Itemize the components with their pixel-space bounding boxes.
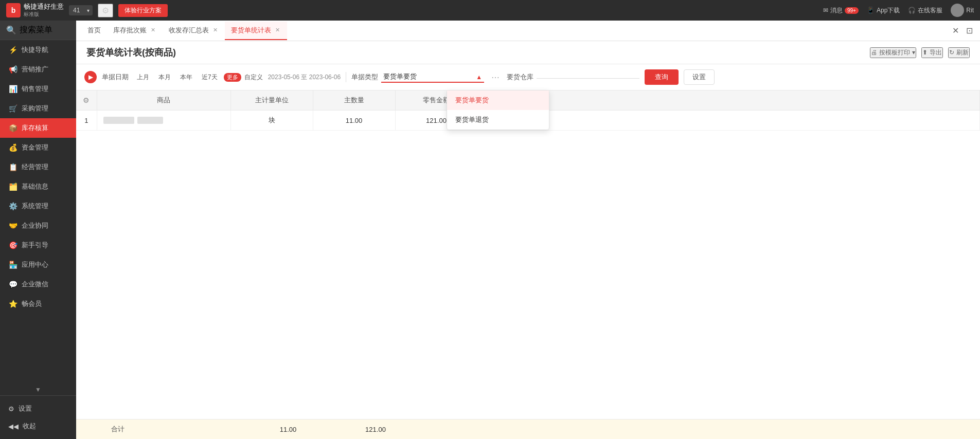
sidebar-item-label: 库存核算 bbox=[22, 123, 48, 133]
col-settings: ⚙ bbox=[76, 90, 97, 111]
sidebar: 🔍 搜索菜单 ⚡ 快捷导航 📢 营销推广 📊 销售管理 🛒 采购管理 📦 bbox=[0, 21, 76, 439]
sidebar-search-item[interactable]: 🔍 搜索菜单 bbox=[0, 21, 76, 40]
sidebar-item-label: 营销推广 bbox=[22, 65, 48, 74]
scroll-down-arrow[interactable]: ▼ bbox=[35, 386, 41, 393]
product-placeholder-2 bbox=[137, 117, 163, 124]
user-area[interactable]: Rit bbox=[951, 4, 974, 17]
date-more-badge[interactable]: 更多 bbox=[224, 73, 241, 82]
footer-total-amount: 121.00 bbox=[340, 426, 412, 433]
sidebar-item-sales[interactable]: 📊 销售管理 bbox=[0, 79, 76, 99]
store-selector[interactable]: 41 bbox=[69, 5, 93, 15]
guide-icon: 🎯 bbox=[8, 241, 17, 250]
sidebar-item-label: 企业微信 bbox=[22, 280, 48, 289]
table-footer: 合计 11.00 121.00 bbox=[76, 419, 980, 439]
sidebar-item-apps[interactable]: 🏪 应用中心 bbox=[0, 255, 76, 275]
row-empty bbox=[477, 111, 980, 131]
print-button[interactable]: 🖨 按模板打印 ▾ bbox=[870, 47, 916, 58]
sidebar-item-guide[interactable]: 🎯 新手引导 bbox=[0, 235, 76, 255]
filter-type-input[interactable] bbox=[381, 72, 484, 83]
tab-bar-actions: ✕ ⊡ bbox=[950, 24, 975, 38]
sidebar-item-finance[interactable]: 💰 资金管理 bbox=[0, 138, 76, 157]
header-right: ✉ 消息 99+ 📱 App下载 🎧 在线客服 Rit bbox=[823, 4, 974, 17]
enterprise-icon: 🤝 bbox=[8, 221, 17, 230]
filter-separator-1 bbox=[346, 72, 346, 82]
date-range-display: 2023-05-06 至 2023-06-06 bbox=[268, 73, 341, 82]
marketing-icon: 📢 bbox=[8, 65, 17, 74]
tab-inventory-batch[interactable]: 库存批次账 ✕ bbox=[107, 22, 163, 40]
sidebar-item-purchase[interactable]: 🛒 采购管理 bbox=[0, 99, 76, 118]
messages-action[interactable]: ✉ 消息 99+ bbox=[823, 6, 859, 15]
tab-inventory-batch-close[interactable]: ✕ bbox=[150, 27, 156, 33]
inventory-icon: 📦 bbox=[8, 123, 17, 133]
tab-expand-btn[interactable]: ⊡ bbox=[964, 24, 975, 38]
tab-order-summary-close[interactable]: ✕ bbox=[274, 27, 281, 33]
sales-icon: 📊 bbox=[8, 84, 17, 94]
store-selector-wrap[interactable]: 41 bbox=[69, 5, 93, 15]
content-area: 首页 库存批次账 ✕ 收发存汇总表 ✕ 要货单统计表 ✕ ✕ ⊡ 要 bbox=[76, 21, 980, 439]
dropdown-item-return[interactable]: 要货单退货 bbox=[447, 110, 549, 130]
finance-icon: 💰 bbox=[8, 143, 17, 152]
sidebar-item-basic[interactable]: 🗂️ 基础信息 bbox=[0, 177, 76, 196]
filter-more-btn[interactable]: ⋯ bbox=[489, 72, 502, 82]
sidebar-item-label: 销售管理 bbox=[22, 84, 48, 94]
tab-order-summary-label: 要货单统计表 bbox=[231, 26, 271, 35]
sidebar-item-inventory[interactable]: 📦 库存核算 bbox=[0, 118, 76, 138]
setting-button[interactable]: 设置 bbox=[684, 69, 715, 85]
wechat-icon: 💬 bbox=[8, 280, 17, 289]
settings-bottom-icon: ⚙ bbox=[8, 405, 14, 413]
date-custom-btn[interactable]: 自定义 bbox=[244, 73, 263, 82]
tab-receive-summary-close[interactable]: ✕ bbox=[212, 27, 219, 33]
tab-receive-summary-label: 收发存汇总表 bbox=[169, 26, 209, 35]
online-service-label: 在线客服 bbox=[918, 6, 942, 15]
apps-icon: 🏪 bbox=[8, 260, 17, 269]
row-qty: 11.00 bbox=[313, 111, 395, 131]
refresh-button[interactable]: ↻ 刷新 bbox=[948, 47, 970, 58]
export-icon: ⬆ bbox=[922, 49, 928, 56]
app-download-action[interactable]: 📱 App下载 bbox=[867, 6, 900, 15]
sidebar-item-shortcut[interactable]: ⚡ 快捷导航 bbox=[0, 40, 76, 60]
filter-type-field: 单据类型 ▲ bbox=[351, 72, 484, 83]
export-button[interactable]: ⬆ 导出 bbox=[921, 47, 943, 58]
sidebar-item-system[interactable]: ⚙️ 系统管理 bbox=[0, 196, 76, 216]
date-btn-last-month[interactable]: 上月 bbox=[134, 72, 152, 83]
online-service-action[interactable]: 🎧 在线客服 bbox=[908, 6, 942, 15]
tab-receive-summary[interactable]: 收发存汇总表 ✕ bbox=[163, 22, 225, 40]
sidebar-item-enterprise[interactable]: 🤝 企业协同 bbox=[0, 216, 76, 235]
sidebar-item-wechat[interactable]: 💬 企业微信 bbox=[0, 275, 76, 294]
sidebar-item-member[interactable]: ⭐ 畅会员 bbox=[0, 294, 76, 314]
date-btn-last-7[interactable]: 近7天 bbox=[199, 72, 221, 83]
sidebar-bottom-collapse[interactable]: ◀◀ 收起 bbox=[0, 417, 76, 435]
filter-warehouse-wrap[interactable] bbox=[537, 76, 639, 79]
tab-home[interactable]: 首页 bbox=[81, 22, 107, 40]
sidebar-item-operation[interactable]: 📋 经营管理 bbox=[0, 157, 76, 177]
dropdown-item-delivery[interactable]: 要货单要货 bbox=[447, 90, 549, 110]
filter-expand-button[interactable]: ▶ bbox=[84, 71, 97, 83]
tab-bar: 首页 库存批次账 ✕ 收发存汇总表 ✕ 要货单统计表 ✕ ✕ ⊡ bbox=[76, 21, 980, 41]
collapse-label: 收起 bbox=[23, 422, 36, 431]
sidebar-search-label: 搜索菜单 bbox=[20, 25, 52, 35]
trial-button[interactable]: 体验行业方案 bbox=[118, 4, 168, 17]
sidebar-item-marketing[interactable]: 📢 营销推广 bbox=[0, 60, 76, 79]
sidebar-item-label: 快捷导航 bbox=[22, 45, 48, 54]
sidebar-item-label: 应用中心 bbox=[22, 260, 48, 269]
settings-icon-btn[interactable]: ⚙ bbox=[98, 4, 113, 17]
col-empty bbox=[477, 90, 980, 111]
tab-close-all-btn[interactable]: ✕ bbox=[950, 24, 961, 38]
date-btn-this-month[interactable]: 本月 bbox=[155, 72, 174, 83]
header-left: b 畅捷通好生意 标准版 41 ⚙ 体验行业方案 bbox=[6, 3, 168, 18]
column-settings-icon[interactable]: ⚙ bbox=[83, 96, 90, 104]
sidebar-bottom-settings[interactable]: ⚙ 设置 bbox=[0, 400, 76, 417]
page-header: 要货单统计表(按商品) 🖨 按模板打印 ▾ ⬆ 导出 ↻ 刷新 bbox=[76, 41, 980, 64]
message-icon: ✉ bbox=[823, 7, 828, 14]
sidebar-bottom: ⚙ 设置 ◀◀ 收起 bbox=[0, 395, 76, 439]
tab-order-summary[interactable]: 要货单统计表 ✕ bbox=[225, 22, 287, 40]
query-button[interactable]: 查询 bbox=[645, 69, 679, 85]
type-dropdown: 要货单要货 要货单退货 bbox=[447, 90, 549, 130]
purchase-icon: 🛒 bbox=[8, 104, 17, 113]
sidebar-item-label: 基础信息 bbox=[22, 182, 48, 191]
avatar bbox=[951, 4, 964, 17]
date-btn-this-year[interactable]: 本年 bbox=[177, 72, 195, 83]
settings-bottom-label: 设置 bbox=[19, 404, 32, 413]
row-unit: 块 bbox=[230, 111, 313, 131]
page-content: 要货单统计表(按商品) 🖨 按模板打印 ▾ ⬆ 导出 ↻ 刷新 bbox=[76, 41, 980, 439]
